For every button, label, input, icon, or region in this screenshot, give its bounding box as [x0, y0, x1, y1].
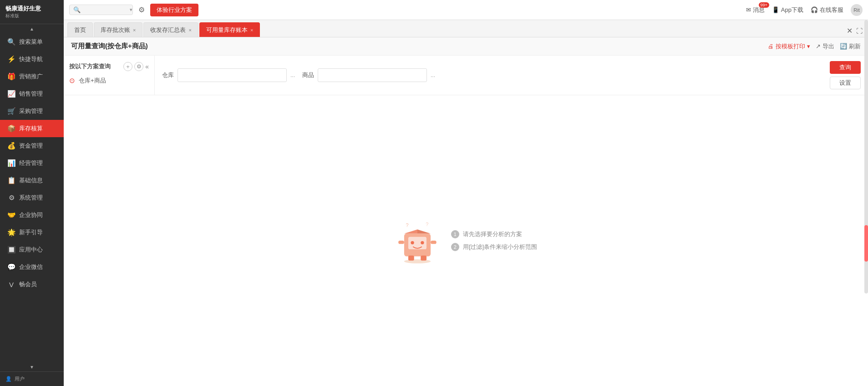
sidebar-scroll-up[interactable]: ▲ [0, 24, 64, 33]
search-icon: 🔍 [73, 6, 81, 13]
filter-panel: 按以下方案查询 ＋ ⚙ « ⊙ 仓库+商品 仓库 [64, 56, 868, 95]
print-template-label: 按模板打印 [776, 42, 805, 51]
add-scheme-button[interactable]: ＋ [123, 62, 132, 71]
topbar-right: ✉ 消息 99+ 📱 App下载 🎧 在线客服 Rit [746, 4, 863, 16]
svg-marker-3 [417, 229, 431, 233]
operations-icon: 📊 [7, 159, 15, 167]
svg-point-0 [404, 259, 431, 263]
export-label: 导出 [822, 42, 834, 51]
sidebar-bottom: 👤 用户 [0, 371, 64, 386]
gear-icon[interactable]: ⚙ [137, 4, 147, 16]
sidebar-item-enterprise-wechat[interactable]: 💬 企业微信 [0, 258, 64, 276]
scheme-header-label: 按以下方案查询 [69, 62, 111, 71]
refresh-button[interactable]: 🔄 刷新 [840, 42, 861, 51]
scheme-header-actions: ＋ ⚙ « [123, 62, 149, 71]
sidebar-item-search[interactable]: 🔍 搜索菜单 [0, 33, 64, 51]
sidebar-item-marketing-promo[interactable]: 🎁 营销推广 [0, 68, 64, 85]
tab-available-qty[interactable]: 可用量库存账本 × [199, 22, 260, 37]
tip-text-2: 用[过滤]条件来缩小分析范围 [463, 243, 537, 251]
collapse-scheme-button[interactable]: « [145, 62, 149, 71]
sidebar-item-app-center[interactable]: 🔲 应用中心 [0, 241, 64, 258]
funds-icon: 💰 [7, 142, 15, 150]
sidebar-item-label: 企业协同 [19, 211, 43, 219]
tip-item-2: 2 用[过滤]条件来缩小分析范围 [451, 243, 537, 251]
query-row: 仓库 ... 商品 ... 查询 设置 [162, 61, 861, 89]
tab-inventory-summary[interactable]: 收发存汇总表 × [143, 22, 198, 37]
tab-available-qty-close[interactable]: × [250, 27, 253, 33]
export-icon: ↗ [816, 43, 821, 50]
message-button[interactable]: ✉ 消息 99+ [746, 6, 765, 14]
sidebar-item-operations-mgmt[interactable]: 📊 经营管理 [0, 154, 64, 172]
print-template-button[interactable]: 🖨 按模板打印 ▾ [768, 42, 810, 51]
tabs-close-all-icon[interactable]: ✕ [847, 26, 853, 35]
sidebar-scroll-down[interactable]: ▼ [0, 362, 64, 371]
online-service-button[interactable]: 🎧 在线客服 [811, 6, 843, 14]
sidebar-item-label: 应用中心 [19, 246, 43, 254]
sidebar-item-vip[interactable]: V 畅会员 [0, 276, 64, 293]
sidebar-item-funds-mgmt[interactable]: 💰 资金管理 [0, 137, 64, 154]
warehouse-field: 仓库 ... [162, 68, 295, 82]
wechat-icon: 💬 [7, 263, 15, 271]
sidebar-item-sales-mgmt[interactable]: 📈 销售管理 [0, 85, 64, 103]
goods-input[interactable] [318, 68, 427, 82]
empty-illustration: ? ? [395, 218, 440, 263]
sidebar-item-label: 营销推广 [19, 72, 43, 81]
chevron-down-icon[interactable]: ▾ [807, 43, 810, 50]
tab-inventory-summary-close[interactable]: × [188, 27, 191, 33]
scheme-item-label: 仓库+商品 [79, 77, 106, 85]
right-scrollbar[interactable] [864, 20, 868, 293]
message-badge: 99+ [759, 2, 769, 8]
export-button[interactable]: ↗ 导出 [816, 42, 834, 51]
scheme-header: 按以下方案查询 ＋ ⚙ « [64, 60, 154, 73]
scheme-sidebar: 按以下方案查询 ＋ ⚙ « ⊙ 仓库+商品 [64, 56, 155, 95]
page-actions: 🖨 按模板打印 ▾ ↗ 导出 🔄 刷新 [768, 42, 861, 51]
svg-rect-7 [398, 241, 404, 244]
tab-available-qty-label: 可用量库存账本 [206, 26, 248, 34]
inventory-icon: 📦 [7, 124, 15, 133]
sidebar-item-newbie-guide[interactable]: 🌟 新手引导 [0, 224, 64, 241]
tip-num-2: 2 [451, 243, 459, 251]
topbar-search-input[interactable] [82, 7, 128, 13]
topbar-search-box: 🔍 ▾ [69, 5, 133, 15]
coop-icon: 🤝 [7, 211, 15, 219]
tab-batch-account-label: 库存批次账 [101, 26, 130, 34]
chevron-down-icon[interactable]: ▾ [130, 7, 132, 13]
app-version: 标准版 [5, 13, 58, 19]
sidebar-item-inventory[interactable]: 📦 库存核算 [0, 120, 64, 137]
sidebar-item-label: 采购管理 [19, 107, 43, 115]
tab-home[interactable]: 首页 [67, 22, 93, 37]
sidebar-item-purchase-mgmt[interactable]: 🛒 采购管理 [0, 103, 64, 120]
app-download-button[interactable]: 📱 App下载 [772, 6, 803, 14]
sidebar-item-shortcut[interactable]: ⚡ 快捷导航 [0, 51, 64, 68]
industry-solution-button[interactable]: 体验行业方案 [150, 4, 198, 16]
manage-scheme-button[interactable]: ⚙ [134, 62, 143, 71]
avatar[interactable]: Rit [851, 4, 863, 16]
scheme-item-warehouse-goods[interactable]: ⊙ 仓库+商品 [64, 73, 154, 88]
tabs-expand-icon[interactable]: ⛶ [856, 27, 863, 35]
svg-text:?: ? [406, 222, 408, 228]
topbar: 🔍 ▾ ⚙ 体验行业方案 ✉ 消息 99+ 📱 App下载 🎧 在线客服 Rit [64, 0, 868, 20]
online-service-label: 在线客服 [820, 6, 843, 14]
tab-batch-account-close[interactable]: × [133, 27, 136, 33]
svg-point-6 [421, 241, 424, 244]
goods-more-button[interactable]: ... [431, 72, 435, 78]
empty-tips: 1 请先选择要分析的方案 2 用[过滤]条件来缩小分析范围 [451, 230, 537, 251]
settings-button[interactable]: 设置 [830, 77, 861, 89]
phone-icon: 📱 [772, 6, 779, 13]
tab-batch-account[interactable]: 库存批次账 × [94, 22, 142, 37]
sidebar-item-basic-info[interactable]: 📋 基础信息 [0, 172, 64, 189]
message-icon: ✉ [746, 6, 751, 13]
user-icon: 👤 [5, 376, 12, 382]
basic-info-icon: 📋 [7, 176, 15, 185]
warehouse-input[interactable] [178, 68, 287, 82]
sidebar-item-enterprise-coop[interactable]: 🤝 企业协同 [0, 206, 64, 224]
page-title: 可用量查询(按仓库+商品) [71, 42, 148, 51]
sidebar-item-system-mgmt[interactable]: ⚙ 系统管理 [0, 189, 64, 206]
scrollbar-thumb[interactable] [864, 225, 868, 262]
warehouse-more-button[interactable]: ... [290, 72, 295, 78]
sidebar-item-label: 资金管理 [19, 142, 43, 150]
query-button[interactable]: 查询 [830, 61, 861, 74]
system-icon: ⚙ [7, 194, 15, 202]
tip-item-1: 1 请先选择要分析的方案 [451, 230, 537, 238]
app-download-label: App下载 [781, 6, 803, 14]
